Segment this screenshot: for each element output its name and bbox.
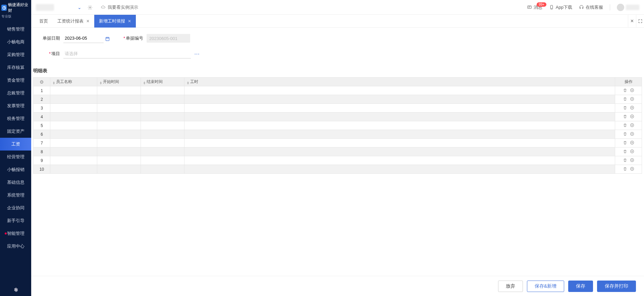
discard-button[interactable]: 放弃	[498, 281, 523, 292]
delete-row-icon[interactable]	[623, 158, 627, 163]
sidebar-item[interactable]: 销售管理	[0, 23, 31, 36]
cell-employee-name[interactable]	[50, 121, 97, 130]
cell-hours[interactable]	[184, 95, 615, 104]
cell-hours[interactable]	[184, 121, 615, 130]
th-start-time[interactable]: ▴▾开始时间	[97, 78, 141, 86]
cell-start-time[interactable]	[97, 113, 141, 121]
th-hours[interactable]: ▴▾工时	[184, 78, 615, 86]
cell-start-time[interactable]	[97, 139, 141, 147]
add-row-icon[interactable]	[630, 149, 634, 155]
cell-start-time[interactable]	[97, 156, 141, 165]
sidebar-item[interactable]: 应用中心	[0, 240, 31, 253]
cell-hours[interactable]	[184, 139, 615, 147]
th-config[interactable]: ⚙	[34, 78, 50, 86]
sidebar-item[interactable]: 智能管理	[0, 227, 31, 240]
cell-end-time[interactable]	[141, 95, 184, 104]
tab-expand[interactable]	[636, 15, 644, 28]
cell-employee-name[interactable]	[50, 86, 97, 95]
sidebar-item[interactable]: 固定资产	[0, 125, 31, 138]
cell-end-time[interactable]	[141, 130, 184, 139]
cell-end-time[interactable]	[141, 113, 184, 121]
add-row-icon[interactable]	[630, 123, 634, 128]
cell-hours[interactable]	[184, 113, 615, 121]
cell-employee-name[interactable]	[50, 165, 97, 174]
cell-start-time[interactable]	[97, 121, 141, 130]
cell-end-time[interactable]	[141, 165, 184, 174]
add-row-icon[interactable]	[630, 132, 634, 137]
sidebar-item[interactable]: 小畅电商	[0, 36, 31, 48]
delete-row-icon[interactable]	[623, 88, 627, 93]
sidebar-item[interactable]: 企业协同	[0, 202, 31, 214]
sidebar-item[interactable]: 小畅报销	[0, 163, 31, 176]
sidebar-item[interactable]: 库存核算	[0, 61, 31, 74]
project-lookup[interactable]: ⋯	[194, 51, 200, 57]
date-input[interactable]	[63, 34, 104, 43]
cell-employee-name[interactable]	[50, 147, 97, 156]
cell-hours[interactable]	[184, 104, 615, 113]
messages-link[interactable]: 消息 99+	[527, 4, 542, 10]
delete-row-icon[interactable]	[623, 105, 627, 111]
project-input[interactable]	[63, 49, 191, 58]
cell-hours[interactable]	[184, 147, 615, 156]
delete-row-icon[interactable]	[623, 167, 627, 172]
customer-service-link[interactable]: 在线客服	[579, 4, 603, 10]
calendar-icon[interactable]	[105, 35, 110, 41]
delete-row-icon[interactable]	[623, 132, 627, 137]
cell-hours[interactable]	[184, 130, 615, 139]
cell-employee-name[interactable]	[50, 95, 97, 104]
cell-employee-name[interactable]	[50, 139, 97, 147]
delete-row-icon[interactable]	[623, 97, 627, 102]
cell-start-time[interactable]	[97, 104, 141, 113]
close-icon[interactable]: ✕	[86, 19, 90, 24]
user-menu[interactable]	[617, 4, 639, 11]
cell-employee-name[interactable]	[50, 104, 97, 113]
cell-hours[interactable]	[184, 156, 615, 165]
company-selector[interactable]: ⌄	[36, 4, 82, 11]
tab[interactable]: 首页	[35, 15, 53, 28]
tab-close-all[interactable]: ✕	[628, 15, 636, 28]
add-row-icon[interactable]	[630, 158, 634, 163]
cell-start-time[interactable]	[97, 86, 141, 95]
th-end-time[interactable]: ▴▾结束时间	[141, 78, 184, 86]
cell-end-time[interactable]	[141, 121, 184, 130]
add-row-icon[interactable]	[630, 167, 634, 172]
add-row-icon[interactable]	[630, 88, 634, 93]
add-row-icon[interactable]	[630, 140, 634, 146]
delete-row-icon[interactable]	[623, 123, 627, 128]
sidebar-item[interactable]: 资金管理	[0, 74, 31, 87]
cell-employee-name[interactable]	[50, 113, 97, 121]
save-new-button[interactable]: 保存&新增	[527, 281, 564, 292]
sidebar-item[interactable]: 税务管理	[0, 112, 31, 125]
delete-row-icon[interactable]	[623, 149, 627, 155]
sidebar-settings[interactable]	[0, 283, 31, 296]
cell-end-time[interactable]	[141, 104, 184, 113]
save-button[interactable]: 保存	[568, 281, 593, 292]
sidebar-item[interactable]: 工资	[0, 138, 31, 151]
tab[interactable]: 新增工时填报✕	[94, 15, 136, 28]
delete-row-icon[interactable]	[623, 114, 627, 120]
demo-link[interactable]: 我要看实例演示	[101, 4, 138, 10]
cell-start-time[interactable]	[97, 130, 141, 139]
tab[interactable]: 工资统计报表✕	[53, 15, 94, 28]
cell-end-time[interactable]	[141, 156, 184, 165]
cell-hours[interactable]	[184, 165, 615, 174]
cell-start-time[interactable]	[97, 147, 141, 156]
cell-employee-name[interactable]	[50, 156, 97, 165]
save-print-button[interactable]: 保存并打印	[597, 281, 636, 292]
cell-end-time[interactable]	[141, 139, 184, 147]
add-row-icon[interactable]	[630, 114, 634, 120]
cell-start-time[interactable]	[97, 165, 141, 174]
sidebar-item[interactable]: 发票管理	[0, 99, 31, 112]
th-employee-name[interactable]: ▴▾员工名称	[50, 78, 97, 86]
add-row-icon[interactable]	[630, 97, 634, 102]
sidebar-item[interactable]: 采购管理	[0, 48, 31, 61]
cell-hours[interactable]	[184, 86, 615, 95]
header-settings[interactable]	[88, 4, 93, 10]
sidebar-item[interactable]: 总账管理	[0, 87, 31, 99]
cell-start-time[interactable]	[97, 95, 141, 104]
app-download-link[interactable]: App下载	[549, 4, 572, 10]
add-row-icon[interactable]	[630, 105, 634, 111]
cell-end-time[interactable]	[141, 147, 184, 156]
sidebar-item[interactable]: 经营管理	[0, 151, 31, 163]
sidebar-item[interactable]: 基础信息	[0, 176, 31, 189]
